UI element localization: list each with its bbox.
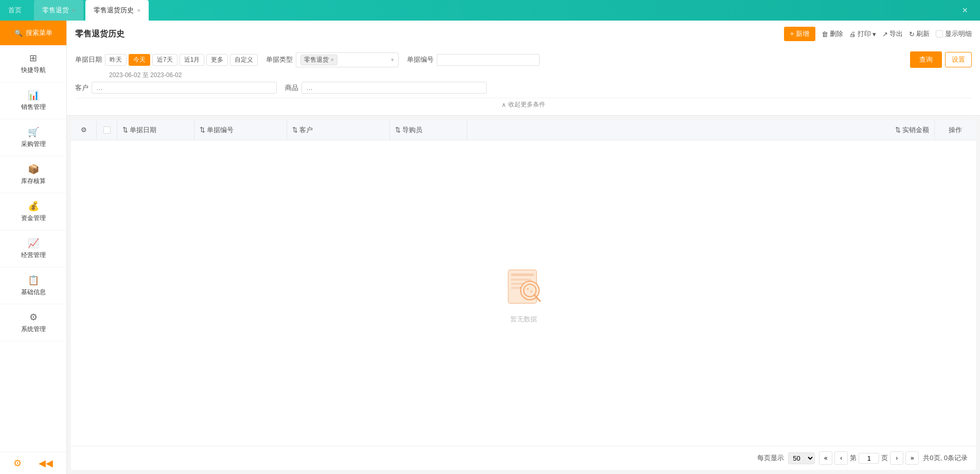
doc-type-tag-close[interactable]: ×: [330, 57, 333, 63]
sidebar-item-quick-nav[interactable]: ⊞ 快捷导航: [0, 45, 66, 82]
export-button[interactable]: ↗ 导出: [882, 29, 903, 39]
sidebar-item-finance[interactable]: 💰 资金管理: [0, 193, 66, 230]
tab-home[interactable]: 首页: [0, 0, 30, 21]
toolbar-actions: + 新增 🗑 删除 🖨 打印 ▾ ↗ 导出 ↻: [784, 27, 972, 41]
date-btn-yesterday[interactable]: 昨天: [105, 54, 127, 66]
date-btn-1month[interactable]: 近1月: [180, 54, 205, 66]
th-settings[interactable]: ⚙: [71, 120, 97, 140]
sidebar-item-basic-info[interactable]: 📋 基础信息: [0, 267, 66, 304]
operations-icon: 📈: [28, 238, 39, 249]
inventory-icon: 📦: [28, 163, 39, 175]
doc-type-select[interactable]: 零售退货 × ▾: [296, 52, 399, 67]
setting-button[interactable]: 设置: [945, 52, 972, 67]
tab-retail-return-history-close[interactable]: ×: [137, 7, 140, 13]
sidebar-item-operations[interactable]: 📈 经营管理: [0, 230, 66, 267]
goods-input[interactable]: [301, 82, 487, 94]
search-menu-button[interactable]: 🔍 搜索菜单: [0, 21, 66, 45]
page-header: 零售退货历史 + 新增 🗑 删除 🖨 打印 ▾ ↗ 导出: [67, 21, 980, 116]
sidebar-item-inventory[interactable]: 📦 库存核算: [0, 156, 66, 193]
date-btn-7days[interactable]: 近7天: [152, 54, 177, 66]
table-container: ⚙ ⇅ 单据日期 ⇅ 单据编号 ⇅ 客户 ⇅: [71, 120, 976, 470]
th-date-label: 单据日期: [130, 125, 156, 135]
date-btn-today[interactable]: 今天: [129, 54, 150, 66]
query-button[interactable]: 查询: [910, 51, 942, 68]
page-label-post: 页: [881, 453, 888, 463]
th-op: 操作: [935, 120, 976, 140]
page-size-select[interactable]: 10 20 50 100: [788, 452, 815, 464]
delete-button[interactable]: 🗑 删除: [822, 29, 843, 39]
sidebar-item-quick-nav-label: 快捷导航: [21, 66, 46, 75]
sidebar-menu: ⊞ 快捷导航 📊 销售管理 🛒 采购管理 📦 库存核算 💰 资金管理 📈: [0, 45, 66, 452]
th-customer-label: 客户: [299, 125, 313, 135]
sidebar-item-sales-mgmt[interactable]: 📊 销售管理: [0, 82, 66, 119]
show-detail-checkbox[interactable]: 显示明细: [936, 29, 972, 39]
filter-row-1: 单据日期 昨天 今天 近7天 近1月 更多 自定义 单据类型: [75, 51, 972, 68]
content-area: 零售退货历史 + 新增 🗑 删除 🖨 打印 ▾ ↗ 导出: [67, 21, 980, 474]
date-btn-custom[interactable]: 自定义: [230, 54, 258, 66]
tab-retail-return-history[interactable]: 零售退货历史 ×: [85, 0, 148, 21]
date-btn-more[interactable]: 更多: [206, 54, 228, 66]
sort-guide-icon[interactable]: ⇅: [395, 126, 401, 134]
tab-bar: 首页 零售退货 × 零售退货历史 ×: [0, 0, 958, 21]
sort-amount-icon[interactable]: ⇅: [895, 126, 901, 134]
sidebar-item-system-mgmt[interactable]: ⚙ 系统管理: [0, 304, 66, 341]
tab-retail-return-close[interactable]: ×: [72, 7, 75, 13]
next-page-button[interactable]: ›: [890, 451, 903, 465]
date-filter-item: 单据日期 昨天 今天 近7天 近1月 更多 自定义: [75, 54, 258, 66]
th-guide: ⇅ 导购员: [390, 120, 467, 140]
th-amount: ⇅ 实销金额: [467, 120, 935, 140]
print-dropdown-icon: ▾: [872, 30, 876, 38]
collapse-label: 收起更多条件: [508, 100, 545, 109]
empty-text: 暂无数据: [510, 315, 537, 324]
finance-icon: 💰: [28, 200, 39, 212]
last-page-button[interactable]: »: [905, 451, 919, 465]
page-label-pre: 第: [850, 453, 857, 463]
sidebar-item-system-label: 系统管理: [21, 325, 46, 334]
export-icon: ↗: [882, 30, 888, 38]
th-customer: ⇅ 客户: [287, 120, 390, 140]
collapse-bar[interactable]: ∧ 收起更多条件: [75, 98, 972, 111]
window-close-button[interactable]: ×: [958, 5, 972, 16]
filter-row-2: 客户 商品: [75, 82, 972, 94]
doc-no-filter-item: 单据编号: [407, 54, 540, 66]
total-label: 共0页, 0条记录: [923, 453, 968, 463]
volume-icon[interactable]: ◀◀: [39, 458, 53, 469]
prev-page-button[interactable]: ‹: [834, 451, 848, 465]
print-button[interactable]: 🖨 打印 ▾: [849, 29, 876, 39]
select-all-checkbox[interactable]: [103, 126, 111, 134]
page-title: 零售退货历史: [75, 29, 124, 40]
doc-type-label: 单据类型: [266, 55, 293, 64]
refresh-button[interactable]: ↻ 刷新: [909, 29, 930, 39]
sidebar-bottom: ⚙ ◀◀: [0, 452, 66, 474]
sales-icon: 📊: [28, 89, 39, 101]
table-settings-icon[interactable]: ⚙: [81, 126, 87, 134]
tab-retail-return[interactable]: 零售退货 ×: [34, 0, 83, 21]
sort-date-icon[interactable]: ⇅: [122, 126, 128, 134]
sidebar-item-basic-info-label: 基础信息: [21, 288, 46, 297]
filter-area: 单据日期 昨天 今天 近7天 近1月 更多 自定义 单据类型: [75, 46, 972, 115]
svg-point-9: [530, 290, 532, 293]
sidebar-item-operations-label: 经营管理: [21, 251, 46, 260]
doc-no-input[interactable]: [437, 54, 540, 66]
empty-state: 暂无数据: [498, 262, 549, 324]
page-size-label: 每页显示: [757, 453, 784, 463]
th-checkbox[interactable]: [97, 120, 117, 140]
sort-customer-icon[interactable]: ⇅: [292, 126, 298, 134]
basic-info-icon: 📋: [28, 275, 39, 286]
page-input[interactable]: [859, 453, 879, 464]
new-button[interactable]: + 新增: [784, 27, 815, 41]
settings-icon[interactable]: ⚙: [13, 458, 22, 469]
goods-label: 商品: [285, 83, 298, 93]
print-icon: 🖨: [849, 30, 856, 38]
sidebar-item-purchase-mgmt[interactable]: 🛒 采购管理: [0, 119, 66, 156]
goods-filter-item: 商品: [285, 82, 487, 94]
sidebar: 🔍 搜索菜单 ⊞ 快捷导航 📊 销售管理 🛒 采购管理 📦 库存核算 💰: [0, 21, 67, 474]
detail-checkbox-box[interactable]: [936, 30, 943, 38]
page-title-row: 零售退货历史 + 新增 🗑 删除 🖨 打印 ▾ ↗ 导出: [75, 27, 972, 41]
customer-input[interactable]: [92, 82, 277, 94]
first-page-button[interactable]: «: [819, 451, 832, 465]
page-nav: « ‹ 第 页 › »: [819, 451, 919, 465]
th-date: ⇅ 单据日期: [117, 120, 194, 140]
sort-bill-no-icon[interactable]: ⇅: [200, 126, 205, 134]
table-header: ⚙ ⇅ 单据日期 ⇅ 单据编号 ⇅ 客户 ⇅: [71, 120, 976, 140]
